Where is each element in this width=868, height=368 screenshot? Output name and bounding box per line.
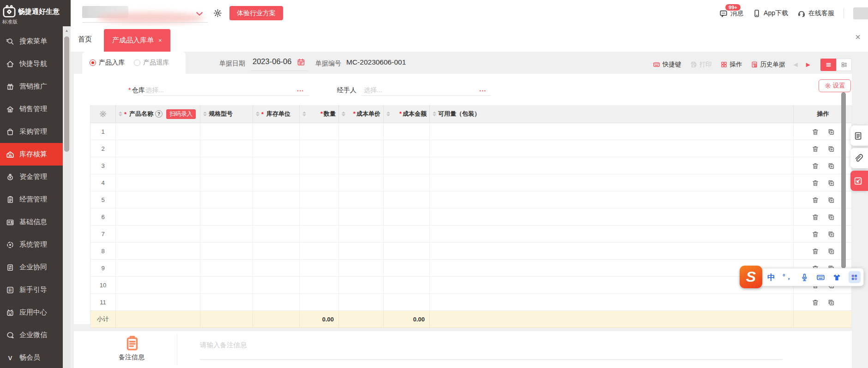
cell-unit[interactable]	[253, 243, 300, 259]
radio-product-return[interactable]: 产品退库	[134, 59, 169, 67]
sidebar-item-beginner-guide[interactable]: 新手引导	[0, 279, 71, 301]
ime-chinese-mode-button[interactable]: 中	[767, 272, 775, 283]
warehouse-picker-dots-icon[interactable]: ...	[297, 85, 304, 93]
cell-price[interactable]	[339, 174, 384, 191]
history-bills-button[interactable]: 历史单据	[751, 60, 785, 69]
cell-qty[interactable]	[300, 157, 339, 174]
cell-spec[interactable]	[200, 140, 253, 157]
warehouse-select-input[interactable]: 选择...	[145, 86, 164, 95]
delete-row-button[interactable]	[812, 230, 819, 237]
cell-amount[interactable]	[384, 140, 430, 157]
handler-picker-dots-icon[interactable]: ...	[479, 85, 487, 93]
cell-unit[interactable]	[253, 140, 300, 157]
cell-qty[interactable]	[300, 191, 339, 208]
soft-keyboard-icon[interactable]	[816, 273, 825, 282]
copy-row-button[interactable]	[827, 179, 835, 186]
sort-icon[interactable]	[386, 112, 390, 116]
cell-spec[interactable]	[200, 294, 253, 310]
cell-price[interactable]	[339, 157, 384, 174]
next-bill-icon[interactable]: ▶	[806, 61, 810, 68]
sidebar-item-funds[interactable]: 资金管理	[0, 166, 71, 188]
ime-toolbox-button[interactable]	[849, 271, 861, 283]
cell-spec[interactable]	[200, 191, 253, 208]
cell-price[interactable]	[339, 226, 384, 242]
cell-qty[interactable]	[300, 174, 339, 191]
delete-row-button[interactable]	[812, 128, 819, 135]
hotkeys-button[interactable]: 快捷键	[653, 60, 681, 69]
cell-unit[interactable]	[253, 123, 300, 140]
cell-qty[interactable]	[300, 243, 339, 259]
sidebar-scrollbar[interactable]: ▲	[63, 26, 71, 368]
cell-price[interactable]	[339, 243, 384, 259]
settings-gear-icon[interactable]	[213, 9, 222, 18]
cell-amount[interactable]	[384, 191, 430, 208]
cell-price[interactable]	[339, 191, 384, 208]
cell-qty[interactable]	[300, 123, 339, 140]
ime-punctuation-button[interactable]: °，	[783, 273, 793, 281]
radio-product-inbound[interactable]: 产品入库	[90, 59, 125, 67]
sidebar-item-operations[interactable]: 经营管理	[0, 188, 71, 211]
cell-spec[interactable]	[200, 174, 253, 191]
sort-icon[interactable]	[433, 112, 436, 116]
cell-price[interactable]	[339, 208, 384, 225]
cell-qty[interactable]	[300, 277, 339, 293]
copy-row-button[interactable]	[827, 247, 835, 255]
cell-unit[interactable]	[253, 226, 300, 242]
scroll-up-icon[interactable]: ▲	[63, 26, 71, 33]
tab-home[interactable]: 首页	[78, 26, 92, 52]
app-download-button[interactable]: App下载	[753, 9, 788, 18]
sidebar-item-wecom[interactable]: 企业微信	[0, 324, 71, 346]
cell-price[interactable]	[339, 140, 384, 157]
cell-qty[interactable]	[300, 260, 339, 276]
sidebar-item-base-info[interactable]: 基础信息	[0, 211, 71, 233]
microphone-icon[interactable]	[800, 273, 809, 282]
sidebar-item-member[interactable]: 畅会员	[0, 346, 71, 368]
copy-row-button[interactable]	[827, 298, 835, 306]
sort-icon[interactable]	[302, 112, 306, 116]
delete-row-button[interactable]	[812, 196, 819, 203]
sidebar-item-sales[interactable]: 销售管理	[0, 98, 71, 120]
sort-icon[interactable]	[342, 112, 345, 116]
settings-button[interactable]: 设置	[819, 79, 851, 92]
cell-available[interactable]	[430, 226, 794, 242]
cell-available[interactable]	[430, 260, 794, 276]
sidebar-item-quick-nav[interactable]: 快捷导航	[0, 53, 71, 75]
cell-qty[interactable]	[300, 226, 339, 242]
attachment-panel-button[interactable]	[850, 148, 868, 168]
cell-amount[interactable]	[384, 260, 430, 276]
close-page-icon[interactable]: ×	[855, 32, 861, 42]
doc-panel-button[interactable]	[850, 125, 868, 146]
cell-available[interactable]	[430, 157, 794, 174]
cell-product-name[interactable]	[116, 243, 200, 259]
delete-row-button[interactable]	[812, 179, 819, 186]
sidebar-item-marketing[interactable]: 营销推广	[0, 75, 71, 98]
cell-spec[interactable]	[200, 226, 253, 242]
help-icon[interactable]: ?	[155, 110, 163, 118]
copy-row-button[interactable]	[827, 213, 835, 220]
tab-finished-goods-inbound[interactable]: 产成品入库单 ×	[104, 29, 170, 52]
messages-button[interactable]: 消息 99+	[719, 9, 743, 18]
cell-available[interactable]	[430, 191, 794, 208]
cell-unit[interactable]	[253, 208, 300, 225]
copy-row-button[interactable]	[827, 128, 835, 135]
sort-icon[interactable]	[256, 112, 259, 116]
sidebar-item-purchase[interactable]: 采购管理	[0, 120, 71, 143]
prev-bill-icon[interactable]: ◀	[794, 61, 798, 68]
sidebar-item-app-center[interactable]: 应用中心	[0, 301, 71, 324]
cell-unit[interactable]	[253, 157, 300, 174]
cell-qty[interactable]	[300, 140, 339, 157]
delete-row-button[interactable]	[812, 213, 819, 220]
tab-close-icon[interactable]: ×	[158, 37, 162, 44]
table-scrollbar-thumb[interactable]	[841, 92, 846, 268]
sort-icon[interactable]	[119, 112, 122, 116]
sidebar-item-inventory[interactable]: 库存核算	[0, 143, 71, 166]
cell-product-name[interactable]	[116, 174, 200, 191]
cell-amount[interactable]	[384, 243, 430, 259]
delete-row-button[interactable]	[812, 247, 819, 255]
cell-amount[interactable]	[384, 174, 430, 191]
sidebar-item-collaboration[interactable]: 企业协同	[0, 256, 71, 279]
copy-row-button[interactable]	[827, 145, 835, 152]
sidebar-item-search-menu[interactable]: 搜索菜单	[0, 30, 71, 53]
cell-product-name[interactable]	[116, 123, 200, 140]
copy-row-button[interactable]	[827, 230, 835, 237]
